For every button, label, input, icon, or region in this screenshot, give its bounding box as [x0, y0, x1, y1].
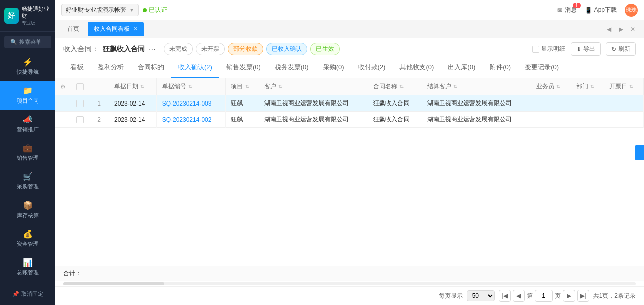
select-all-checkbox[interactable]: [76, 83, 84, 90]
tab-close-icon[interactable]: ✕: [133, 26, 138, 32]
page-prev-btn[interactable]: ◀: [513, 290, 525, 302]
certified-dot: [143, 8, 147, 12]
status-partial-received[interactable]: 部分收款: [228, 43, 263, 55]
show-detail-toggle[interactable]: 显示明细: [532, 45, 566, 53]
sidebar-item-3[interactable]: 💼销售管理: [0, 138, 55, 167]
tab-home[interactable]: 首页: [61, 22, 86, 36]
sidebar-item-2[interactable]: 📣营销推广: [0, 110, 55, 138]
status-group: 未完成 未开票 部分收款 已收入确认 已生效: [164, 43, 340, 55]
tab-contract-subject[interactable]: 合同标的: [131, 58, 171, 78]
tab-warehouse[interactable]: 出入库(0): [441, 58, 482, 78]
status-incomplete[interactable]: 未完成: [164, 43, 193, 55]
status-effective[interactable]: 已生效: [310, 43, 340, 55]
sort-order-icon[interactable]: ⇅: [188, 84, 192, 89]
sort-department-icon[interactable]: ⇅: [590, 84, 594, 89]
pin-button[interactable]: 📌 取消固定: [2, 287, 53, 301]
tab-change-log[interactable]: 变更记录(0): [518, 58, 566, 78]
tab-other-income[interactable]: 其他收支(0): [392, 58, 441, 78]
content-area: 收入合同： 狂飙收入合同 ··· 未完成 未开票 部分收款 已收入确认 已生效 …: [55, 38, 644, 305]
sort-opendate-icon[interactable]: ⇅: [629, 84, 633, 89]
tab-purchase[interactable]: 采购(0): [316, 58, 351, 78]
th-salesperson: 业务员 ⇅: [531, 78, 571, 95]
page-current-label: 第: [527, 292, 533, 300]
order-no-link-0[interactable]: SQ-20230214-003: [162, 100, 212, 107]
order-no-link-1[interactable]: SQ-20230214-002: [162, 116, 212, 123]
tab-attachment[interactable]: 附件(0): [482, 58, 518, 78]
more-button[interactable]: ···: [149, 45, 155, 54]
sidebar-item-4[interactable]: 🛒采购管理: [0, 167, 55, 195]
row-checkbox-0[interactable]: [76, 100, 84, 107]
export-button[interactable]: ⬇ 导出: [571, 42, 601, 56]
sort-contract-icon[interactable]: ⇅: [399, 84, 404, 89]
sidebar-search[interactable]: 🔍 搜索菜单: [4, 36, 51, 48]
scrollbar-thumb[interactable]: [63, 282, 164, 285]
page-number-input[interactable]: [535, 290, 553, 302]
sidebar-label-6: 资金管理: [17, 240, 39, 248]
table-row[interactable]: 2 2023-02-14 SQ-20230214-002 狂飙 湖南卫视商业运营…: [55, 112, 644, 128]
inner-tabs: 看板 盈利分析 合同标的 收入确认(2) 销售发票(0) 税务发票(0) 采购(…: [55, 58, 644, 78]
sort-project-icon[interactable]: ⇅: [245, 84, 249, 89]
topbar: 好业财专业版演示帐套 ▼ 已认证 ✉ 消息 1 📱 App下载 珠珠: [55, 0, 644, 20]
company-dropdown-arrow: ▼: [129, 7, 134, 13]
app-download-label: App下载: [594, 6, 617, 14]
contract-header: 收入合同： 狂飙收入合同 ··· 未完成 未开票 部分收款 已收入确认 已生效 …: [55, 38, 644, 58]
certified-badge: 已认证: [143, 6, 167, 14]
sidebar-item-0[interactable]: ⚡快捷导航: [0, 52, 55, 81]
tab-payment[interactable]: 收付款(2): [351, 58, 393, 78]
sidebar-logo: 好 畅捷通好业财 专业版: [0, 0, 55, 32]
avatar: 珠珠: [625, 4, 638, 17]
sort-settle-icon[interactable]: ⇅: [453, 84, 457, 89]
tab-next-arrow[interactable]: ▶: [616, 24, 626, 34]
tab-prev-arrow[interactable]: ◀: [604, 24, 614, 34]
status-uninvoiced[interactable]: 未开票: [196, 43, 225, 55]
th-project: 项目 ⇅: [226, 78, 259, 95]
tab-close-all[interactable]: ✕: [628, 24, 638, 34]
sidebar-icon-4: 🛒: [23, 172, 33, 181]
td-settings-1: [55, 112, 71, 128]
topbar-left: 好业财专业版演示帐套 ▼ 已认证: [61, 4, 167, 16]
table-row[interactable]: 1 2023-02-14 SQ-20230214-003 狂飙 湖南卫视商业运营…: [55, 95, 644, 112]
tab-home-label: 首页: [67, 25, 79, 32]
sort-customer-icon[interactable]: ⇅: [278, 84, 282, 89]
tab-revenue-confirm[interactable]: 收入确认(2): [171, 58, 219, 78]
settings-gear-icon[interactable]: ⚙: [60, 83, 66, 90]
status-confirmed[interactable]: 已收入确认: [266, 43, 307, 55]
message-button[interactable]: ✉ 消息 1: [557, 6, 577, 14]
show-detail-checkbox[interactable]: [532, 46, 539, 53]
page-nav: |◀ ◀ 第 页 ▶ ▶|: [499, 290, 589, 302]
td-num-1: 2: [89, 112, 109, 128]
sidebar-item-6[interactable]: 💰资金管理: [0, 224, 55, 253]
row-checkbox-1[interactable]: [76, 116, 84, 123]
sidebar-bottom: 📌 取消固定: [0, 283, 55, 305]
tab-sales-invoice[interactable]: 销售发票(0): [219, 58, 268, 78]
certified-label: 已认证: [149, 6, 167, 14]
page-size-select[interactable]: 50 20 100 200: [467, 290, 495, 301]
tab-contract-board[interactable]: 收入合同看板 ✕: [88, 22, 144, 36]
sort-salesperson-icon[interactable]: ⇅: [556, 84, 560, 89]
company-selector[interactable]: 好业财专业版演示帐套 ▼: [61, 4, 139, 16]
td-open-date-1: [604, 112, 643, 128]
th-settle-customer: 结算客户 ⇅: [422, 78, 531, 95]
app-download-button[interactable]: 📱 App下载: [585, 6, 617, 14]
td-salesperson-0: [531, 95, 571, 112]
sort-date-icon[interactable]: ⇅: [140, 84, 144, 89]
page-first-btn[interactable]: |◀: [499, 290, 511, 302]
right-panel-button[interactable]: ≡: [635, 145, 644, 160]
sidebar-item-1[interactable]: 📁项目合同: [0, 81, 55, 110]
refresh-button[interactable]: ↻ 刷新: [606, 42, 636, 56]
page-last-btn[interactable]: ▶|: [577, 290, 589, 302]
tab-tax-invoice[interactable]: 税务发票(0): [268, 58, 316, 78]
page-next-btn[interactable]: ▶: [563, 290, 575, 302]
table-footer: 合计：: [55, 266, 644, 281]
pin-icon: 📌: [12, 291, 19, 297]
sidebar-item-5[interactable]: 📦库存核算: [0, 195, 55, 224]
sidebar-item-7[interactable]: 📊总账管理: [0, 253, 55, 281]
tab-profit[interactable]: 盈利分析: [91, 58, 131, 78]
sidebar-label-1: 项目合同: [17, 97, 39, 105]
sidebar-label-0: 快捷导航: [17, 68, 39, 76]
user-avatar-button[interactable]: 珠珠: [625, 4, 638, 17]
th-contract-name: 合同名称 ⇅: [368, 78, 422, 95]
header-actions: 显示明细 ⬇ 导出 ↻ 刷新: [532, 42, 636, 56]
tab-kanban[interactable]: 看板: [63, 58, 91, 78]
td-num-0: 1: [89, 95, 109, 112]
